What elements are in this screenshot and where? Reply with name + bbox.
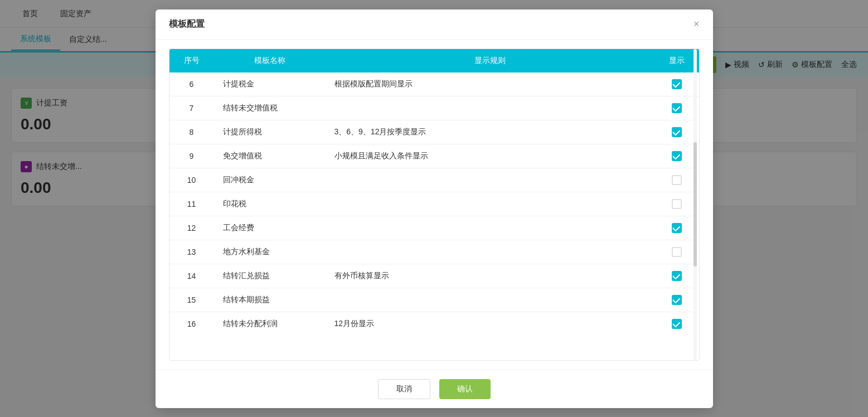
display-checkbox-13[interactable] xyxy=(672,247,682,257)
display-checkbox-16[interactable] xyxy=(672,319,682,329)
cell-rule: 小规模且满足收入条件显示 xyxy=(326,144,654,168)
display-checkbox-9[interactable] xyxy=(672,151,682,161)
cell-rule xyxy=(326,168,654,192)
cell-name: 结转未分配利润 xyxy=(214,312,326,336)
cell-display xyxy=(654,120,699,144)
cell-rule: 根据模版配置期间显示 xyxy=(326,72,654,96)
dialog-header: 模板配置 × xyxy=(156,9,713,40)
col-rule: 显示规则 xyxy=(326,49,654,72)
cell-display xyxy=(654,168,699,192)
display-checkbox-10[interactable] xyxy=(672,175,682,185)
scrollbar-track xyxy=(694,49,697,360)
cell-display xyxy=(654,264,699,288)
table-row: 11印花税 xyxy=(169,192,699,216)
col-display: 显示 xyxy=(654,49,699,72)
cell-name: 结转本期损益 xyxy=(214,288,326,312)
cell-seq: 12 xyxy=(169,216,214,240)
cell-display xyxy=(654,240,699,264)
dialog-footer: 取消 确认 xyxy=(156,370,713,408)
confirm-button[interactable]: 确认 xyxy=(439,379,491,399)
cell-name: 结转汇兑损益 xyxy=(214,264,326,288)
dialog-template-config: 模板配置 × 序号 模板名称 显示规则 显示 6计提税金根据模版配置期间显 xyxy=(156,9,713,408)
dialog-close-button[interactable]: × xyxy=(694,19,700,29)
cell-rule: 3、6、9、12月按季度显示 xyxy=(326,120,654,144)
display-checkbox-6[interactable] xyxy=(672,79,682,89)
table-row: 10回冲税金 xyxy=(169,168,699,192)
table-row: 15结转本期损益 xyxy=(169,288,699,312)
display-checkbox-11[interactable] xyxy=(672,199,682,209)
dialog-title: 模板配置 xyxy=(169,18,205,30)
cell-display xyxy=(654,72,699,96)
display-checkbox-15[interactable] xyxy=(672,295,682,305)
cell-name: 计提税金 xyxy=(214,72,326,96)
table-row: 6计提税金根据模版配置期间显示 xyxy=(169,72,699,96)
cell-name: 计提所得税 xyxy=(214,120,326,144)
cell-seq: 15 xyxy=(169,288,214,312)
table-row: 9免交增值税小规模且满足收入条件显示 xyxy=(169,144,699,168)
table-row: 16结转未分配利润12月份显示 xyxy=(169,312,699,336)
cell-display xyxy=(654,192,699,216)
table-row: 14结转汇兑损益有外币核算显示 xyxy=(169,264,699,288)
cell-rule: 12月份显示 xyxy=(326,312,654,336)
cell-rule xyxy=(326,240,654,264)
cell-name: 结转未交增值税 xyxy=(214,96,326,120)
display-checkbox-12[interactable] xyxy=(672,223,682,233)
cell-display xyxy=(654,216,699,240)
scrollbar-thumb[interactable] xyxy=(694,142,697,266)
cell-seq: 14 xyxy=(169,264,214,288)
dialog-body: 序号 模板名称 显示规则 显示 6计提税金根据模版配置期间显示7结转未交增值税8… xyxy=(156,40,713,370)
display-checkbox-14[interactable] xyxy=(672,271,682,281)
cell-seq: 13 xyxy=(169,240,214,264)
cell-rule xyxy=(326,216,654,240)
cell-display xyxy=(654,144,699,168)
table-row: 12工会经费 xyxy=(169,216,699,240)
cell-seq: 7 xyxy=(169,96,214,120)
table-row: 8计提所得税3、6、9、12月按季度显示 xyxy=(169,120,699,144)
cell-name: 工会经费 xyxy=(214,216,326,240)
cell-seq: 11 xyxy=(169,192,214,216)
modal-overlay: 模板配置 × 序号 模板名称 显示规则 显示 6计提税金根据模版配置期间显 xyxy=(0,0,868,417)
display-checkbox-8[interactable] xyxy=(672,127,682,137)
cancel-button[interactable]: 取消 xyxy=(378,379,430,399)
col-seq: 序号 xyxy=(169,49,214,72)
cell-rule: 有外币核算显示 xyxy=(326,264,654,288)
config-table: 序号 模板名称 显示规则 显示 6计提税金根据模版配置期间显示7结转未交增值税8… xyxy=(169,49,699,336)
cell-seq: 8 xyxy=(169,120,214,144)
table-row: 7结转未交增值税 xyxy=(169,96,699,120)
cell-display xyxy=(654,288,699,312)
cell-name: 印花税 xyxy=(214,192,326,216)
display-checkbox-7[interactable] xyxy=(672,103,682,113)
cell-seq: 10 xyxy=(169,168,214,192)
cell-rule xyxy=(326,288,654,312)
cell-name: 回冲税金 xyxy=(214,168,326,192)
col-name: 模板名称 xyxy=(214,49,326,72)
cell-rule xyxy=(326,96,654,120)
table-wrapper: 序号 模板名称 显示规则 显示 6计提税金根据模版配置期间显示7结转未交增值税8… xyxy=(169,49,700,361)
cell-name: 地方水利基金 xyxy=(214,240,326,264)
cell-rule xyxy=(326,192,654,216)
cell-display xyxy=(654,312,699,336)
table-row: 13地方水利基金 xyxy=(169,240,699,264)
cell-seq: 16 xyxy=(169,312,214,336)
cell-seq: 6 xyxy=(169,72,214,96)
cell-name: 免交增值税 xyxy=(214,144,326,168)
cell-seq: 9 xyxy=(169,144,214,168)
cell-display xyxy=(654,96,699,120)
